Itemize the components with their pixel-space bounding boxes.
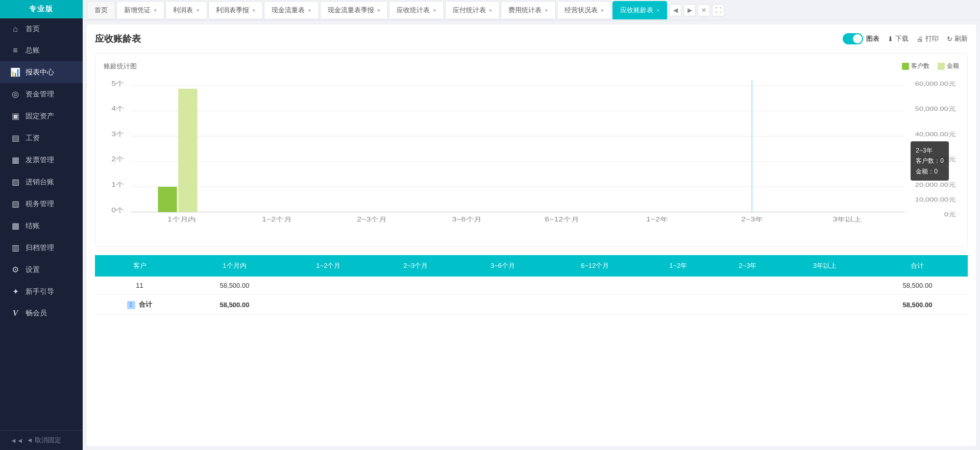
svg-text:2~3年: 2~3年 xyxy=(741,216,763,223)
tab-biz-status[interactable]: 经营状况表 × xyxy=(557,1,611,19)
tab-close-all[interactable]: ✕ xyxy=(698,4,710,16)
svg-text:0元: 0元 xyxy=(944,211,956,218)
tab-profit-close[interactable]: × xyxy=(196,7,199,13)
chart-toggle[interactable] xyxy=(843,33,863,44)
tab-profit-quarterly[interactable]: 利润表季报 × xyxy=(208,1,263,19)
sidebar-item-tax[interactable]: ▨ 税务管理 xyxy=(0,193,83,215)
chart-toggle-wrap: 图表 xyxy=(843,33,879,44)
sidebar: 专业版 ⌂ 首页 ≡ 总账 📊 报表中心 ◎ 资金管理 ▣ 固定资产 ▤ 工资 … xyxy=(0,0,83,450)
invoice-icon: ▦ xyxy=(10,155,20,165)
tab-profit-quarterly-close[interactable]: × xyxy=(252,7,255,13)
page-header: 应收账龄表 图表 ⬇ 下载 🖨 打印 ↻ 刷新 xyxy=(95,33,968,45)
tab-scroll-left[interactable]: ◀ xyxy=(669,4,681,16)
tab-home-label: 首页 xyxy=(94,6,108,15)
salary-icon: ▤ xyxy=(10,133,20,143)
sidebar-item-funds[interactable]: ◎ 资金管理 xyxy=(0,83,83,105)
pin-icon: ◄◄ xyxy=(10,437,23,444)
sidebar-label-invoice: 发票管理 xyxy=(26,156,54,165)
tab-scroll-right[interactable]: ▶ xyxy=(683,4,696,16)
svg-text:1个月内: 1个月内 xyxy=(167,216,196,223)
sidebar-item-archive[interactable]: ▥ 归档管理 xyxy=(0,237,83,259)
tab-voucher-close[interactable]: × xyxy=(154,7,157,13)
tab-ap-stats-close[interactable]: × xyxy=(489,7,492,13)
tab-cashflow-close[interactable]: × xyxy=(308,7,311,13)
download-label: 下载 xyxy=(895,34,909,43)
sidebar-label-tax: 税务管理 xyxy=(26,199,54,209)
sidebar-item-member[interactable]: V 畅会员 xyxy=(0,303,83,324)
sidebar-item-inventory[interactable]: ▧ 进销台账 xyxy=(0,171,83,193)
tab-cashflow-quarterly[interactable]: 现金流量表季报 × xyxy=(320,1,388,19)
sidebar-item-close[interactable]: ▩ 结账 xyxy=(0,215,83,237)
tab-expense-stats-close[interactable]: × xyxy=(545,7,548,13)
download-icon: ⬇ xyxy=(888,35,893,43)
sidebar-item-assets[interactable]: ▣ 固定资产 xyxy=(0,105,83,127)
archive-icon: ▥ xyxy=(10,243,20,253)
sidebar-item-ledger[interactable]: ≡ 总账 xyxy=(0,40,83,61)
close-account-icon: ▩ xyxy=(10,221,20,231)
tab-profit-quarterly-label: 利润表季报 xyxy=(216,6,249,15)
tab-cashflow[interactable]: 现金流量表 × xyxy=(264,1,318,19)
tab-ar-stats[interactable]: 应收统计表 × xyxy=(389,1,444,19)
cell-total-label: Σ 合计 xyxy=(95,295,184,315)
print-button[interactable]: 🖨 打印 xyxy=(917,34,939,43)
cell-total-m2-3 xyxy=(372,295,459,315)
cell-y1-2-11 xyxy=(644,277,713,295)
sidebar-item-report[interactable]: 📊 报表中心 xyxy=(0,61,83,83)
svg-text:3~6个月: 3~6个月 xyxy=(452,216,481,223)
print-label: 打印 xyxy=(925,34,939,43)
tab-biz-status-close[interactable]: × xyxy=(601,7,604,13)
svg-text:40,000.00元: 40,000.00元 xyxy=(915,131,956,137)
tab-profit-label: 利润表 xyxy=(173,6,193,15)
table-header-row: 客户 1个月内 1~2个月 2~3个月 3~6个月 6~12个月 1~2年 2~… xyxy=(95,255,968,277)
sidebar-pin-toggle[interactable]: ◄◄ ◄ 取消固定 xyxy=(0,430,83,450)
tab-ar-aging[interactable]: 应收账龄表 × xyxy=(612,1,667,19)
download-button[interactable]: ⬇ 下载 xyxy=(888,34,909,43)
col-y3plus: 3年以上 xyxy=(782,255,867,277)
svg-text:3个: 3个 xyxy=(111,131,124,138)
app-logo: 专业版 xyxy=(0,0,83,18)
tab-expand[interactable]: ⛶ xyxy=(712,4,724,16)
svg-text:0个: 0个 xyxy=(111,206,124,213)
sidebar-item-salary[interactable]: ▤ 工资 xyxy=(0,127,83,149)
tax-icon: ▨ xyxy=(10,199,20,209)
total-row-label: 合计 xyxy=(139,301,152,308)
tab-ap-stats[interactable]: 应付统计表 × xyxy=(445,1,500,19)
cell-m6-12-11 xyxy=(546,277,643,295)
tab-voucher[interactable]: 新增凭证 × xyxy=(116,1,164,19)
cell-total-m3-6 xyxy=(459,295,547,315)
col-m3-6: 3~6个月 xyxy=(459,255,547,277)
chart-title: 账龄统计图 xyxy=(104,62,959,71)
chart-svg-wrap: 5个 4个 3个 2个 1个 0个 60,000.00元 50,000.00元 … xyxy=(104,75,959,233)
sidebar-label-report: 报表中心 xyxy=(26,68,54,77)
sidebar-item-invoice[interactable]: ▦ 发票管理 xyxy=(0,149,83,171)
page-content: 应收账龄表 图表 ⬇ 下载 🖨 打印 ↻ 刷新 xyxy=(87,24,976,446)
refresh-label: 刷新 xyxy=(954,34,968,43)
guide-icon: ✦ xyxy=(10,287,20,296)
sidebar-label-assets: 固定资产 xyxy=(26,112,54,121)
sidebar-item-settings[interactable]: ⚙ 设置 xyxy=(0,259,83,281)
sidebar-item-guide[interactable]: ✦ 新手引导 xyxy=(0,281,83,303)
refresh-button[interactable]: ↻ 刷新 xyxy=(947,34,968,43)
col-y2-3: 2~3年 xyxy=(713,255,782,277)
cell-m1-11: 58,500.00 xyxy=(184,277,285,295)
sidebar-label-inventory: 进销台账 xyxy=(26,178,54,187)
chart-toggle-label: 图表 xyxy=(866,34,879,43)
report-icon: 📊 xyxy=(10,67,20,77)
cell-total-y3plus xyxy=(782,295,867,315)
sidebar-label-ledger: 总账 xyxy=(26,46,40,55)
svg-text:5个: 5个 xyxy=(111,80,124,87)
refresh-icon: ↻ xyxy=(947,35,952,43)
svg-text:1个: 1个 xyxy=(111,181,124,188)
tab-voucher-label: 新增凭证 xyxy=(124,6,151,15)
sidebar-item-home[interactable]: ⌂ 首页 xyxy=(0,18,83,40)
sidebar-label-home: 首页 xyxy=(26,24,40,34)
tab-cashflow-label: 现金流量表 xyxy=(272,6,305,15)
tab-ar-stats-close[interactable]: × xyxy=(433,7,436,13)
tab-ar-aging-close[interactable]: × xyxy=(656,7,659,13)
tab-profit[interactable]: 利润表 × xyxy=(165,1,207,19)
tab-home[interactable]: 首页 xyxy=(87,1,115,19)
tab-cashflow-quarterly-close[interactable]: × xyxy=(377,7,380,13)
cell-total-y1-2 xyxy=(644,295,713,315)
sidebar-label-archive: 归档管理 xyxy=(26,243,54,253)
tab-expense-stats[interactable]: 费用统计表 × xyxy=(501,1,555,19)
